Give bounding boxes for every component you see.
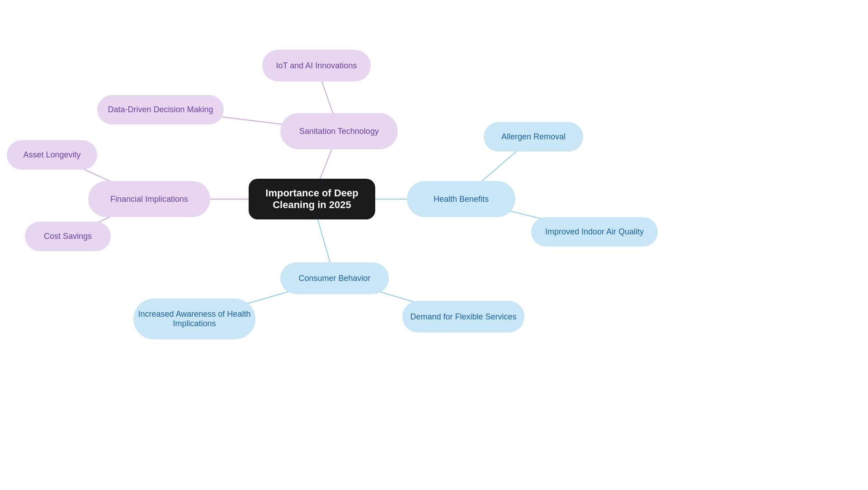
consumer-behavior-label: Consumer Behavior	[298, 274, 370, 283]
cost-savings-label: Cost Savings	[44, 232, 92, 241]
increased-awareness-label: Increased Awareness of Health Implicatio…	[133, 309, 255, 328]
iot-ai-innovations-label: IoT and AI Innovations	[276, 61, 357, 71]
center-node-label: Importance of Deep Cleaning in 2025	[249, 187, 375, 211]
financial-implications-label: Financial Implications	[110, 195, 188, 204]
consumer-behavior-node[interactable]: Consumer Behavior	[280, 262, 389, 294]
health-benefits-node[interactable]: Health Benefits	[407, 181, 515, 217]
asset-longevity-node[interactable]: Asset Longevity	[7, 140, 97, 170]
iot-ai-innovations-node[interactable]: IoT and AI Innovations	[262, 50, 371, 81]
data-driven-node[interactable]: Data-Driven Decision Making	[97, 95, 224, 124]
allergen-removal-label: Allergen Removal	[501, 132, 566, 142]
cost-savings-node[interactable]: Cost Savings	[25, 222, 111, 251]
increased-awareness-node[interactable]: Increased Awareness of Health Implicatio…	[133, 299, 255, 339]
demand-flexible-services-node[interactable]: Demand for Flexible Services	[402, 301, 524, 333]
sanitation-technology-label: Sanitation Technology	[299, 127, 379, 136]
financial-implications-node[interactable]: Financial Implications	[88, 181, 210, 217]
improved-air-quality-label: Improved Indoor Air Quality	[545, 227, 644, 237]
allergen-removal-node[interactable]: Allergen Removal	[484, 122, 583, 152]
data-driven-label: Data-Driven Decision Making	[108, 105, 213, 114]
sanitation-technology-node[interactable]: Sanitation Technology	[280, 113, 398, 149]
asset-longevity-label: Asset Longevity	[23, 150, 80, 160]
improved-air-quality-node[interactable]: Improved Indoor Air Quality	[531, 217, 658, 247]
health-benefits-label: Health Benefits	[434, 195, 489, 204]
center-node[interactable]: Importance of Deep Cleaning in 2025	[249, 179, 375, 219]
demand-flexible-services-label: Demand for Flexible Services	[410, 312, 516, 322]
